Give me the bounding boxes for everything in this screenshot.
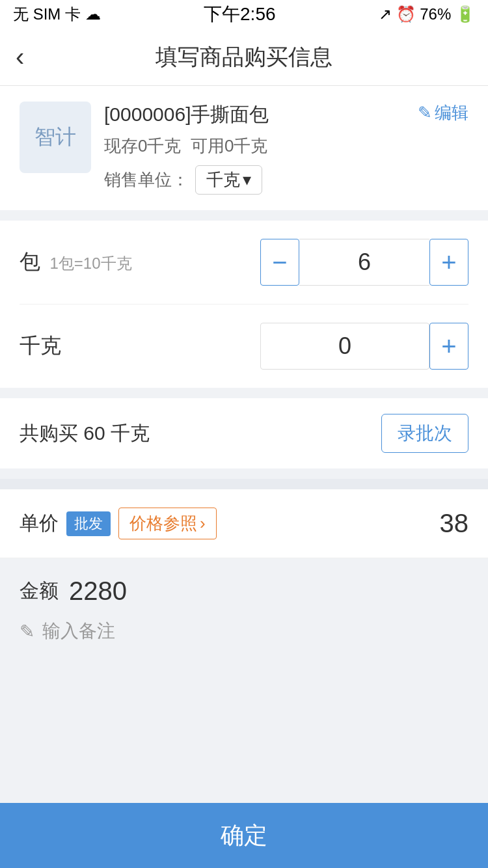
product-info: [0000006]手撕面包 ✎ 编辑 现存0千克 可用0千克 销售单位： 千克 … <box>104 102 468 195</box>
back-button[interactable]: ‹ <box>16 42 24 72</box>
unit-label: 销售单位： <box>104 169 189 191</box>
total-section: 共购买 60 千克 录批次 <box>0 398 488 468</box>
quantity-row-bag: 包 1包=10千克 − + <box>20 221 468 305</box>
nav-bar: ‹ 填写商品购买信息 <box>0 29 488 86</box>
price-ref-button[interactable]: 价格参照 › <box>118 508 217 539</box>
total-text: 共购买 60 千克 <box>20 420 150 447</box>
quantity-section: 包 1包=10千克 − + 千克 + <box>0 221 488 388</box>
status-left: 无 SIM 卡 ☁ <box>13 4 101 25</box>
quantity-input-kg[interactable] <box>260 323 429 370</box>
status-bar: 无 SIM 卡 ☁ 下午2:56 ↗ ⏰ 76% 🔋 <box>0 0 488 29</box>
status-time: 下午2:56 <box>204 2 276 27</box>
amount-section: 金额 2280 ✎ 输入备注 <box>0 558 488 662</box>
edit-button[interactable]: ✎ 编辑 <box>418 102 468 124</box>
quantity-hint-bag: 1包=10千克 <box>49 254 131 272</box>
price-left: 单价 批发 价格参照 › <box>20 508 217 539</box>
page-title: 填写商品购买信息 <box>156 42 332 72</box>
status-right: ↗ ⏰ 76% 🔋 <box>379 5 475 23</box>
quantity-control-bag: − + <box>260 239 468 286</box>
product-unit-row: 销售单位： 千克 ▾ <box>104 165 468 195</box>
sim-status: 无 SIM 卡 ☁ <box>13 4 101 25</box>
price-ref-label: 价格参照 <box>129 512 197 535</box>
note-label: 输入备注 <box>42 619 115 644</box>
increment-bag-button[interactable]: + <box>429 239 468 286</box>
amount-row: 金额 2280 <box>20 576 468 606</box>
price-ref-arrow-icon: › <box>200 513 206 534</box>
price-tag: 批发 <box>66 511 111 536</box>
quantity-label-bag: 包 1包=10千克 <box>20 248 132 277</box>
dropdown-arrow-icon: ▾ <box>243 170 251 190</box>
product-stock: 现存0千克 可用0千克 <box>104 135 468 157</box>
confirm-button[interactable]: 确定 <box>0 803 488 868</box>
separator <box>0 479 488 489</box>
increment-kg-button[interactable]: + <box>429 323 468 370</box>
price-value: 38 <box>440 509 469 538</box>
product-section: 智计 [0000006]手撕面包 ✎ 编辑 现存0千克 可用0千克 销售单位： … <box>0 86 488 210</box>
edit-label: 编辑 <box>435 102 468 124</box>
quantity-label-kg: 千克 <box>20 332 61 360</box>
amount-value: 2280 <box>69 576 127 606</box>
amount-label: 金额 <box>20 578 59 604</box>
product-header: [0000006]手撕面包 ✎ 编辑 <box>104 102 468 135</box>
price-label: 单价 <box>20 510 59 537</box>
unit-select[interactable]: 千克 ▾ <box>195 165 262 195</box>
product-image: 智计 <box>20 102 91 173</box>
note-row[interactable]: ✎ 输入备注 <box>20 619 468 644</box>
product-name: [0000006]手撕面包 <box>104 102 269 128</box>
record-batch-button[interactable]: 录批次 <box>381 414 468 453</box>
battery-status: ↗ ⏰ 76% 🔋 <box>379 5 475 23</box>
price-section: 单价 批发 价格参照 › 38 <box>0 489 488 558</box>
edit-icon: ✎ <box>418 103 432 123</box>
quantity-row-kg: 千克 + <box>20 305 468 388</box>
quantity-input-bag[interactable] <box>299 239 429 286</box>
product-logo: 智计 <box>34 123 76 152</box>
quantity-control-kg: + <box>260 323 468 370</box>
pencil-icon: ✎ <box>20 621 34 642</box>
main-content: 智计 [0000006]手撕面包 ✎ 编辑 现存0千克 可用0千克 销售单位： … <box>0 86 488 868</box>
decrement-bag-button[interactable]: − <box>260 239 299 286</box>
